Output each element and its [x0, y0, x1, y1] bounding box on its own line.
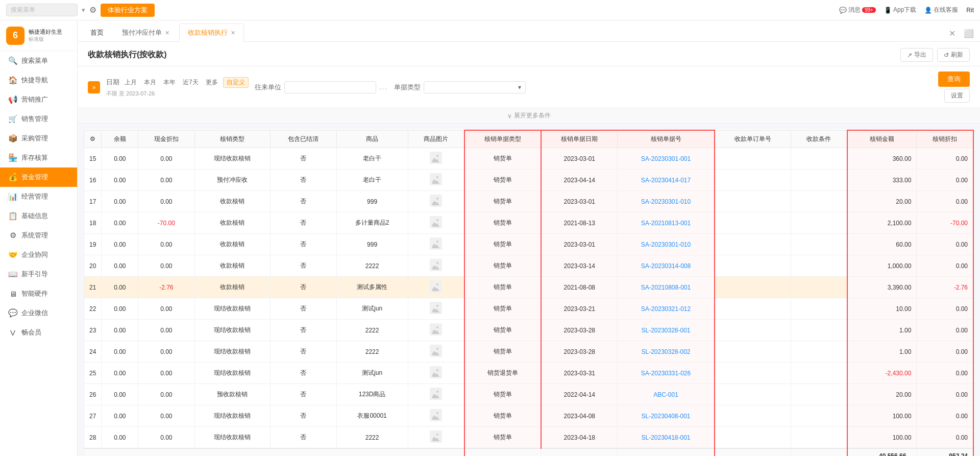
date-this-month[interactable]: 本月 — [142, 77, 158, 88]
finance-icon: 💰 — [8, 173, 17, 182]
expand-conditions-bar[interactable]: ∨ 展开更多条件 — [78, 108, 980, 124]
sidebar-item-finance[interactable]: 💰 资金管理 — [0, 167, 77, 187]
tab-close-btn[interactable]: ✕ — [947, 28, 958, 39]
search-input-display[interactable]: 搜索菜单 — [6, 4, 78, 16]
cell-verify-type: 预收款核销 — [194, 384, 271, 405]
date-7days[interactable]: 近7天 — [181, 77, 201, 88]
date-this-year[interactable]: 本年 — [161, 77, 178, 88]
cell-goods: 2222 — [336, 341, 408, 363]
cell-goods: 老白干 — [336, 148, 408, 170]
sidebar-label-finance: 资金管理 — [21, 173, 48, 182]
sidebar-label-search: 搜索菜单 — [21, 56, 48, 65]
wechat-icon: 💬 — [8, 308, 17, 318]
cell-verify-no: SA-20230331-026 — [618, 363, 715, 384]
sidebar-item-purchase[interactable]: 📦 采购管理 — [0, 129, 77, 148]
gear-icon[interactable]: ⚙ — [89, 5, 96, 15]
cell-balance: 0.00 — [102, 298, 138, 320]
export-btn[interactable]: ↗ 导出 — [900, 48, 933, 62]
refresh-btn[interactable]: ↺ 刷新 — [937, 48, 970, 62]
sidebar-item-basic[interactable]: 📋 基础信息 — [0, 206, 77, 226]
verify-no-link[interactable]: SL-20230328-001 — [641, 327, 690, 334]
cell-verify-amount: 1.00 — [847, 320, 917, 341]
cell-verify-discount: 0.00 — [917, 255, 973, 277]
voucher-type-select[interactable]: ▾ — [424, 81, 526, 93]
voucher-type-label: 单据类型 — [394, 83, 421, 92]
table-area[interactable]: ⚙ 余额 现金折扣 核销类型 包含已结清 商品 商品图片 核销单据类型 核销单据… — [78, 124, 980, 456]
cell-balance: 0.00 — [102, 341, 138, 363]
verify-no-link[interactable]: SL-20230408-001 — [641, 413, 690, 420]
party-input[interactable] — [284, 81, 376, 93]
sidebar-item-business[interactable]: 📊 经营管理 — [0, 187, 77, 206]
cell-goods-image — [408, 363, 464, 384]
setting-filter-btn[interactable]: 设置 — [944, 89, 970, 103]
table-row: 17 0.00 0.00 收款核销 否 999 销货单 2023-03-01 S… — [84, 191, 974, 212]
cell-include-cleared: 否 — [271, 405, 336, 427]
cell-verify-type: 收款核销 — [194, 277, 271, 298]
tab-prepay-close[interactable]: ✕ — [165, 30, 169, 36]
sidebar-item-wechat[interactable]: 💬 企业微信 — [0, 303, 77, 323]
sidebar-item-marketing[interactable]: 📢 营销推广 — [0, 90, 77, 109]
footer-verify-discount: 952.24 — [917, 448, 973, 456]
dropdown-icon[interactable]: ▾ — [82, 6, 85, 14]
tab-home[interactable]: 首页 — [82, 23, 112, 41]
tab-collection-close[interactable]: ✕ — [231, 30, 235, 36]
sidebar-item-inventory[interactable]: 🏪 库存核算 — [0, 148, 77, 167]
verify-no-link[interactable]: SA-20210808-001 — [641, 284, 691, 291]
table-row: 25 0.00 0.00 现结收款核销 否 测试jun 销货退货单 2023-0… — [84, 363, 974, 384]
date-more[interactable]: 更多 — [204, 77, 220, 88]
online-service-btn[interactable]: 👤 在线客服 — [924, 6, 958, 14]
cell-collection-order-no — [715, 384, 791, 405]
tab-collection[interactable]: 收款核销执行 ✕ — [179, 23, 244, 42]
cell-verify-no: SA-20210813-001 — [618, 212, 715, 234]
app-download-btn[interactable]: 📱 App下载 — [884, 6, 916, 14]
cell-goods: 123D商品 — [336, 384, 408, 405]
sidebar-item-quick-nav[interactable]: 🏠 快捷导航 — [0, 70, 77, 90]
verify-no-link[interactable]: SL-20230328-002 — [641, 348, 690, 355]
table-row: 27 0.00 0.00 现结收款核销 否 衣服00001 销货单 2023-0… — [84, 405, 974, 427]
cell-goods: 多计量商品2 — [336, 212, 408, 234]
verify-no-link[interactable]: SA-20230301-001 — [641, 155, 691, 162]
cell-verify-type: 现结收款核销 — [194, 341, 271, 363]
sidebar-item-search[interactable]: 🔍 搜索菜单 — [0, 51, 77, 70]
cell-goods-image — [408, 405, 464, 427]
cell-verify-voucher-type: 销货单 — [464, 234, 541, 255]
col-verify-amount: 核销金额 — [847, 130, 917, 148]
tab-prepay[interactable]: 预付冲应付单 ✕ — [113, 23, 178, 41]
cell-goods-image — [408, 148, 464, 170]
tab-expand-btn[interactable]: ⬜ — [962, 28, 976, 39]
cell-verify-discount: 0.00 — [917, 363, 973, 384]
sidebar-item-system[interactable]: ⚙ 系统管理 — [0, 226, 77, 245]
date-last-month[interactable]: 上月 — [122, 77, 139, 88]
date-custom[interactable]: 自定义 — [223, 77, 249, 88]
verify-no-link[interactable]: SA-20230314-008 — [641, 262, 691, 270]
table-row: 16 0.00 0.00 预付冲应收 否 老白干 销货单 2023-04-14 … — [84, 170, 974, 191]
svg-point-7 — [436, 219, 438, 221]
svg-point-1 — [436, 155, 438, 157]
verify-no-link[interactable]: SA-20230321-012 — [641, 305, 691, 313]
cell-verify-type: 现结收款核销 — [194, 363, 271, 384]
cell-collection-condition — [791, 234, 847, 255]
verify-no-link[interactable]: SA-20230414-017 — [641, 177, 691, 184]
filter-expand-btn[interactable]: » — [88, 81, 100, 93]
verify-no-link[interactable]: SL-20230418-001 — [641, 434, 690, 441]
cell-collection-condition — [791, 191, 847, 212]
verify-no-link[interactable]: SA-20230301-010 — [641, 241, 691, 248]
cell-collection-order-no — [715, 277, 791, 298]
query-btn[interactable]: 查询 — [938, 71, 970, 87]
cell-num: 17 — [84, 191, 102, 212]
sidebar-item-sales[interactable]: 🛒 销售管理 — [0, 109, 77, 129]
cell-goods: 999 — [336, 191, 408, 212]
verify-no-link[interactable]: SA-20230331-026 — [641, 370, 691, 377]
col-collection-condition: 收款条件 — [791, 130, 847, 148]
sidebar-item-hardware[interactable]: 🖥 智能硬件 — [0, 284, 77, 303]
sidebar-item-enterprise[interactable]: 🤝 企业协同 — [0, 245, 77, 265]
verify-no-link[interactable]: SA-20210813-001 — [641, 220, 691, 227]
verify-no-link[interactable]: ABC-001 — [653, 391, 678, 398]
industry-btn[interactable]: 体验行业方案 — [101, 4, 155, 17]
sidebar-item-guide[interactable]: 📖 新手引导 — [0, 265, 77, 284]
message-btn[interactable]: 💬 消息 99+ — [839, 6, 876, 14]
cell-include-cleared: 否 — [271, 363, 336, 384]
verify-no-link[interactable]: SA-20230301-010 — [641, 198, 691, 205]
sidebar-item-member[interactable]: V 畅会员 — [0, 323, 77, 342]
cell-verify-no: SA-20230414-017 — [618, 170, 715, 191]
